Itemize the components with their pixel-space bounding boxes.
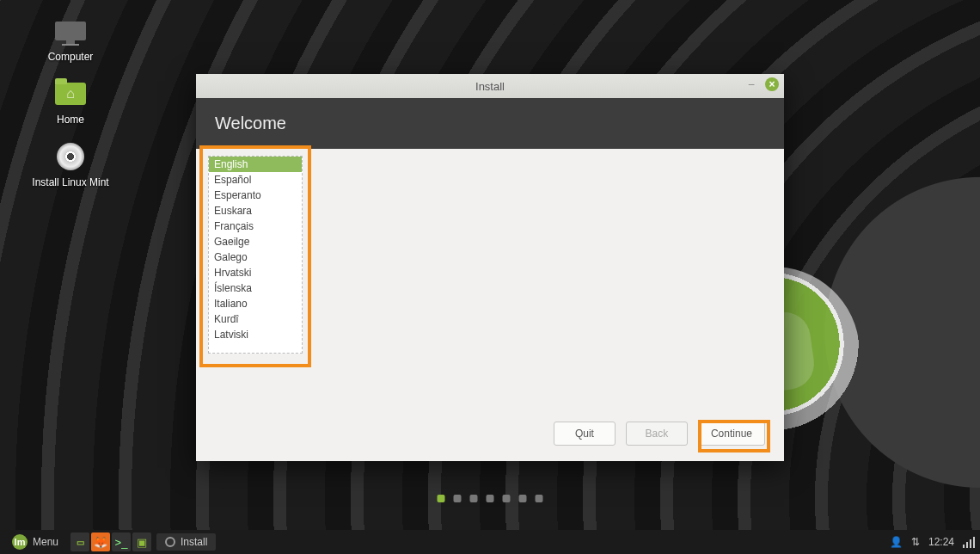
slideshow-dot[interactable] [470, 495, 478, 502]
slideshow-dot[interactable] [503, 495, 511, 502]
firefox-launcher[interactable]: 🦊 [91, 532, 110, 551]
window-title: Install [475, 80, 505, 93]
taskbar-task-install[interactable]: Install [156, 533, 216, 551]
quit-button[interactable]: Quit [554, 422, 616, 446]
window-minimize-button[interactable]: – [744, 77, 758, 91]
menu-button[interactable]: lm Menu [5, 532, 65, 552]
desktop-icon-home[interactable]: Home [19, 78, 122, 126]
user-icon[interactable]: 👤 [890, 536, 903, 548]
menu-label: Menu [33, 536, 58, 548]
system-tray: 👤 ⇅ 12:24 [890, 536, 975, 548]
tray-clock[interactable]: 12:24 [928, 536, 954, 548]
mint-logo-icon: lm [12, 534, 28, 550]
slideshow-dots [438, 495, 543, 502]
task-label: Install [181, 536, 207, 548]
desktop-icon-label: Install Linux Mint [32, 176, 108, 188]
window-titlebar[interactable]: Install – × [196, 74, 784, 98]
slideshow-dot[interactable] [519, 495, 527, 502]
slideshow-dot[interactable] [487, 495, 494, 502]
task-app-icon [165, 537, 175, 547]
network-icon[interactable]: ⇅ [911, 536, 920, 548]
back-button[interactable]: Back [626, 422, 688, 446]
show-desktop-button[interactable]: ▭ [70, 532, 89, 551]
slideshow-dot[interactable] [438, 495, 445, 502]
folder-home-icon [55, 83, 86, 105]
desktop-icon-label: Home [57, 114, 84, 126]
firefox-icon: 🦊 [94, 536, 107, 549]
slideshow-dot[interactable] [454, 495, 462, 502]
highlight-languages [199, 145, 311, 367]
desktop-icon-label: Computer [48, 51, 94, 63]
terminal-icon: >_ [115, 536, 128, 549]
highlight-continue [698, 420, 770, 452]
desktop-icon-install[interactable]: Install Linux Mint [19, 141, 122, 188]
taskbar: lm Menu ▭ 🦊 >_ ▣ Install 👤 ⇅ 12:24 [0, 530, 980, 554]
slideshow-dot[interactable] [536, 495, 543, 502]
terminal-launcher[interactable]: >_ [112, 532, 131, 551]
folder-icon: ▣ [137, 536, 147, 549]
installer-content: EnglishEspañolEsperantoEuskaraFrançaisGa… [196, 149, 784, 461]
files-launcher[interactable]: ▣ [132, 532, 151, 551]
window-close-button[interactable]: × [765, 77, 779, 91]
monitor-icon [55, 22, 86, 40]
close-icon: × [769, 78, 775, 90]
disc-icon [57, 143, 84, 170]
desktop-icons: Computer Home Install Linux Mint [19, 15, 122, 204]
install-window: Install – × Welcome EnglishEspañolEspera… [196, 74, 784, 461]
installer-heading: Welcome [196, 98, 784, 149]
desktop-icon-computer[interactable]: Computer [19, 15, 122, 63]
volume-icon[interactable] [963, 537, 975, 548]
